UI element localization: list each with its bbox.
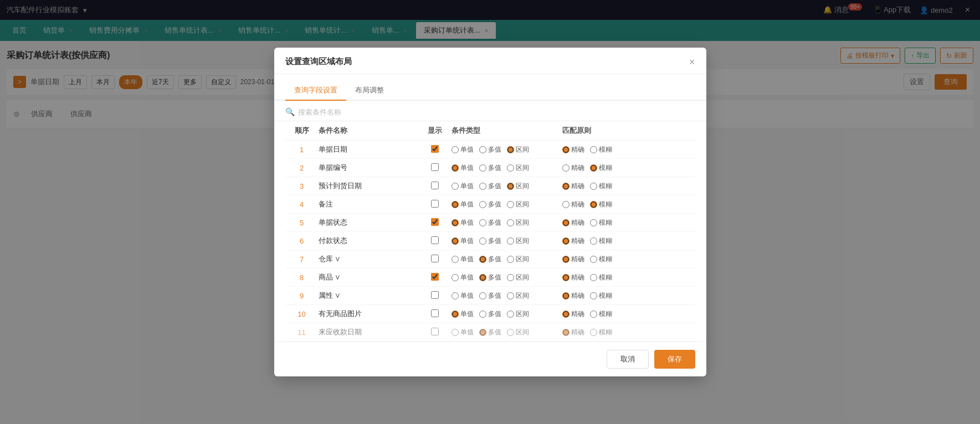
table-row: 8 商品 ∨ 单值 多值 区间 精确 模糊 (285, 268, 695, 287)
row-display-6[interactable] (431, 236, 439, 246)
row-display-2[interactable] (431, 163, 439, 173)
dialog: 设置查询区域布局 × 查询字段设置 布局调整 🔍 顺序 条件名称 显示 条件类型 (274, 48, 706, 376)
row-rule-4: 精确 模糊 (562, 200, 612, 209)
row-order-11: 11 (297, 328, 305, 337)
row-type-11: 单值 多值 区间 (451, 328, 529, 337)
row-name-5: 单据状态 (319, 218, 418, 227)
row-display-8[interactable] (431, 273, 439, 282)
th-match-rule: 匹配原则 (562, 126, 673, 136)
row-order-2: 2 (300, 164, 304, 172)
row-rule-1: 精确 模糊 (562, 145, 612, 154)
row-order-8: 8 (300, 273, 304, 282)
dialog-footer: 取消 保存 (274, 342, 706, 376)
row-name-11: 来应收款日期 (319, 327, 418, 337)
row-rule-8: 精确 模糊 (562, 273, 612, 282)
table-row: 5 单据状态 单值 多值 区间 精确 模糊 (285, 214, 695, 232)
row-order-4: 4 (300, 200, 304, 209)
row-type-2: 单值 多值 区间 (451, 163, 529, 173)
row-rule-10: 精确 模糊 (562, 309, 612, 319)
table-row: 9 属性 ∨ 单值 多值 区间 精确 模糊 (285, 287, 695, 305)
save-btn[interactable]: 保存 (654, 350, 695, 369)
row-order-7: 7 (300, 255, 304, 263)
table-head: 顺序 条件名称 显示 条件类型 匹配原则 (285, 121, 695, 141)
row-rule-5: 精确 模糊 (562, 218, 612, 227)
tab-field-settings-label: 查询字段设置 (294, 86, 337, 94)
row-name-1: 单据日期 (319, 144, 418, 154)
row-rule-7: 精确 模糊 (562, 255, 612, 264)
row-type-9: 单值 多值 区间 (451, 291, 529, 301)
dialog-close-btn[interactable]: × (689, 57, 695, 67)
row-display-5[interactable] (431, 218, 439, 227)
row-type-10: 单值 多值 区间 (451, 309, 529, 319)
th-display: 显示 (418, 126, 451, 136)
row-type-7: 单值 多值 区间 (451, 255, 529, 264)
cancel-btn[interactable]: 取消 (607, 350, 649, 369)
row-name-9: 属性 ∨ (319, 291, 418, 301)
row-rule-9: 精确 模糊 (562, 291, 612, 301)
row-order-5: 5 (300, 219, 304, 227)
table-row: 7 仓库 ∨ 单值 多值 区间 精确 模糊 (285, 250, 695, 268)
table-row: 10 有无商品图片 单值 多值 区间 精确 模糊 (285, 305, 695, 323)
th-order: 顺序 (285, 126, 319, 136)
row-name-3: 预计到货日期 (319, 181, 418, 191)
table-row: 6 付款状态 单值 多值 区间 精确 模糊 (285, 232, 695, 250)
row-type-6: 单值 多值 区间 (451, 236, 529, 246)
row-order-9: 9 (300, 292, 304, 300)
table-row: 3 预计到货日期 单值 多值 区间 精确 模糊 (285, 177, 695, 195)
table-row: 2 单据编号 单值 多值 区间 精确 模糊 (285, 159, 695, 177)
row-order-10: 10 (297, 310, 305, 318)
row-display-1[interactable] (431, 145, 439, 154)
table-row: 4 备注 单值 多值 区间 精确 模糊 (285, 195, 695, 214)
row-rule-11: 精确 模糊 (562, 328, 612, 337)
row-rule-3: 精确 模糊 (562, 182, 612, 191)
th-condition-type: 条件类型 (451, 126, 562, 136)
modal-overlay: 设置查询区域布局 × 查询字段设置 布局调整 🔍 顺序 条件名称 显示 条件类型 (0, 0, 980, 424)
row-rule-6: 精确 模糊 (562, 236, 612, 246)
row-display-7[interactable] (431, 255, 439, 264)
th-name: 条件名称 (319, 126, 418, 136)
row-display-3[interactable] (431, 182, 439, 191)
tab-layout-adjust-label: 布局调整 (355, 86, 384, 94)
tab-field-settings[interactable]: 查询字段设置 (285, 81, 346, 101)
row-rule-2: 精确 模糊 (562, 163, 612, 173)
row-type-3: 单值 多值 区间 (451, 182, 529, 191)
row-display-10[interactable] (431, 309, 439, 319)
row-name-8: 商品 ∨ (319, 272, 418, 282)
row-name-4: 备注 (319, 199, 418, 209)
dialog-table: 顺序 条件名称 显示 条件类型 匹配原则 1 单据日期 单值 多值 区间 (274, 121, 706, 342)
row-name-7: 仓库 ∨ (319, 254, 418, 264)
row-type-5: 单值 多值 区间 (451, 218, 529, 227)
row-display-11[interactable] (431, 328, 439, 337)
row-order-3: 3 (300, 182, 304, 190)
row-display-4[interactable] (431, 200, 439, 209)
table-row: 11 来应收款日期 单值 多值 区间 精确 模糊 (285, 323, 695, 342)
table-row: 1 单据日期 单值 多值 区间 精确 模糊 (285, 141, 695, 159)
row-display-9[interactable] (431, 291, 439, 301)
dialog-header: 设置查询区域布局 × (274, 48, 706, 74)
dialog-tabs: 查询字段设置 布局调整 (274, 74, 706, 101)
row-type-4: 单值 多值 区间 (451, 200, 529, 209)
search-input[interactable] (298, 108, 409, 116)
dialog-search-bar: 🔍 (274, 101, 706, 121)
row-type-1: 单值 多值 区间 (451, 145, 529, 154)
search-icon: 🔍 (285, 107, 295, 116)
tab-layout-adjust[interactable]: 布局调整 (346, 81, 393, 101)
row-order-6: 6 (300, 237, 304, 245)
row-order-1: 1 (300, 146, 304, 154)
row-name-10: 有无商品图片 (319, 309, 418, 319)
row-name-2: 单据编号 (319, 163, 418, 173)
row-name-6: 付款状态 (319, 236, 418, 246)
row-type-8: 单值 多值 区间 (451, 273, 529, 282)
dialog-title: 设置查询区域布局 (285, 56, 352, 67)
